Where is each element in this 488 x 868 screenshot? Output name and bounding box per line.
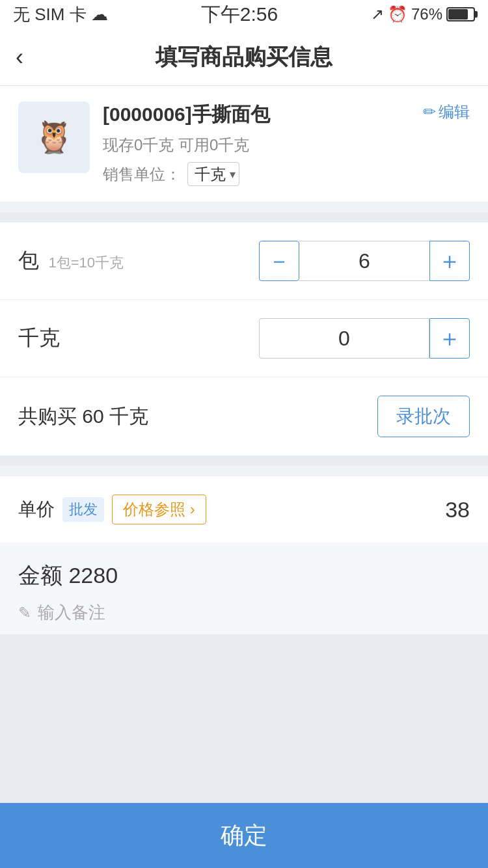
bag-qty-row: 包 1包=10千克 － ＋ [0, 223, 488, 300]
amount-note[interactable]: ✎ 输入备注 [18, 601, 470, 624]
bag-minus-button[interactable]: － [259, 241, 299, 281]
bag-qty-input[interactable] [299, 241, 429, 281]
price-left: 单价 批发 价格参照 › [18, 495, 206, 524]
total-label: 共购买 60 千克 [18, 403, 148, 430]
bag-qty-control: － ＋ [259, 241, 470, 281]
bag-plus-button[interactable]: ＋ [429, 241, 470, 281]
status-left: 无 SIM 卡 ☁ [13, 3, 108, 26]
status-bar: 无 SIM 卡 ☁ 下午2:56 ↗ ⏰ 76% [0, 0, 488, 29]
kg-plus-button[interactable]: ＋ [429, 318, 470, 359]
unit-select-wrap[interactable]: 千克 [187, 162, 239, 186]
edit-button[interactable]: ✏ 编辑 [423, 102, 470, 122]
price-value: 38 [445, 497, 470, 522]
kg-qty-control: ＋ [259, 318, 470, 359]
total-row: 共购买 60 千克 录批次 [0, 377, 488, 455]
kg-label-wrap: 千克 [18, 324, 60, 353]
kg-qty-input[interactable] [259, 318, 429, 359]
nav-bar: ‹ 填写商品购买信息 [0, 29, 488, 86]
amount-label: 金额 2280 [18, 563, 118, 588]
section-divider-2 [0, 455, 488, 466]
price-ref-button[interactable]: 价格参照 › [112, 495, 206, 524]
confirm-button[interactable]: 确定 [0, 803, 488, 868]
product-info: [0000006]手撕面包 ✏ 编辑 现存0千克 可用0千克 销售单位： 千克 [103, 102, 470, 186]
pencil-icon: ✎ [18, 604, 31, 622]
status-right: ↗ ⏰ 76% [371, 5, 475, 23]
bag-label-wrap: 包 1包=10千克 [18, 247, 124, 275]
price-section: 单价 批发 价格参照 › 38 [0, 476, 488, 543]
product-unit-row: 销售单位： 千克 [103, 162, 470, 186]
product-owl-icon: 🦉 [34, 119, 74, 156]
product-name: [0000006]手撕面包 [103, 102, 270, 128]
amount-row: 金额 2280 [18, 561, 470, 591]
product-stock: 现存0千克 可用0千克 [103, 135, 470, 156]
price-label: 单价 [18, 497, 55, 522]
note-placeholder[interactable]: 输入备注 [38, 601, 105, 624]
product-card: 🦉 [0000006]手撕面包 ✏ 编辑 现存0千克 可用0千克 销售单位： 千… [0, 86, 488, 202]
record-batch-button[interactable]: 录批次 [377, 396, 470, 437]
battery-icon [446, 7, 475, 21]
back-button[interactable]: ‹ [16, 44, 23, 71]
status-time: 下午2:56 [201, 1, 278, 28]
kg-qty-row: 千克 ＋ [0, 300, 488, 377]
qty-section: 包 1包=10千克 － ＋ 千克 ＋ 共购买 60 千克 录批次 [0, 223, 488, 455]
product-thumbnail: 🦉 [18, 102, 90, 173]
location-icon: ↗ [371, 5, 384, 23]
section-divider-1 [0, 212, 488, 223]
bag-hint: 1包=10千克 [48, 254, 124, 271]
bag-label: 包 [18, 249, 39, 272]
kg-label: 千克 [18, 326, 60, 349]
price-type-badge: 批发 [62, 497, 104, 522]
battery-percent: 76% [411, 5, 442, 23]
empty-space [0, 634, 488, 830]
unit-select[interactable]: 千克 [187, 162, 239, 186]
alarm-icon: ⏰ [388, 5, 407, 23]
page-title: 填写商品购买信息 [156, 42, 332, 72]
amount-section: 金额 2280 ✎ 输入备注 [0, 543, 488, 634]
edit-icon: ✏ [423, 103, 436, 121]
unit-label: 销售单位： [103, 164, 181, 185]
